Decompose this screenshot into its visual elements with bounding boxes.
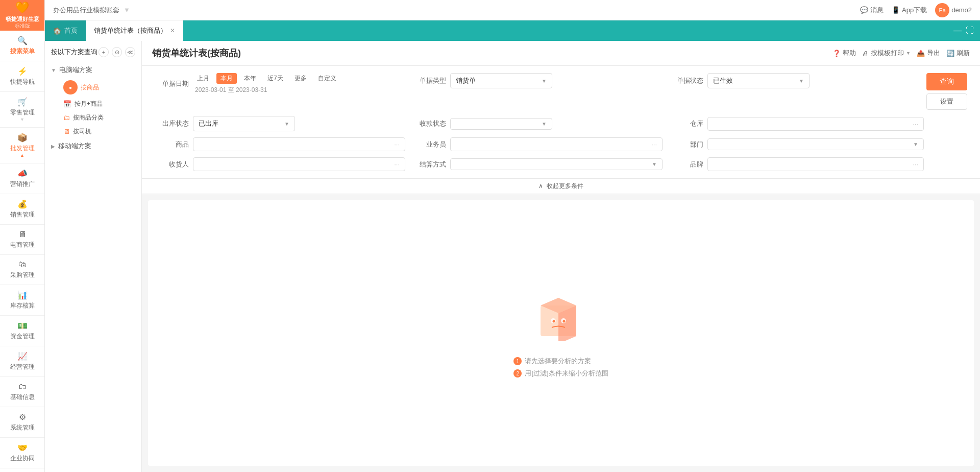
sidebar-item-wholesale[interactable]: 📦 批发管理 ▲ [0,128,44,163]
page-title: 销货单统计表(按商品) [152,47,241,65]
left-panel: 按以下方案查询 + ⊙ ≪ ▼ 电脑端方案 ● 按商品 📅 按月+商品 [45,41,142,472]
finance-icon: 💵 [17,321,28,331]
header-left: 办公用品行业模拟账套 ▼ [53,6,130,15]
product-input[interactable]: ··· [193,137,405,151]
avatar: Ea [935,3,949,17]
enterprise-icon: 🤝 [17,443,28,453]
shortcut-7days[interactable]: 近7天 [263,73,287,84]
tree-sub-item-by-month-product[interactable]: 📅 按月+商品 [45,97,141,111]
tree-sub-item-by-category[interactable]: 🗂 按商品分类 [45,111,141,125]
filter-area: 单据日期 上月 本月 本年 近7天 更多 自定义 2023-03-01 至 20… [142,66,980,179]
refresh-label: 刷新 [957,49,970,58]
sidebar-marketing-label: 营销推广 [10,180,35,188]
settlement-select[interactable]: ▼ [450,158,663,170]
settlement-label: 结算方式 [409,160,450,169]
sidebar-item-retail[interactable]: 🛒 零售管理 ▼ [0,92,44,128]
marketing-icon: 📣 [17,169,28,178]
tab-sales-stats[interactable]: 销货单统计表（按商品） ✕ [86,20,183,41]
tab-sales-stats-label: 销货单统计表（按商品） [94,26,167,35]
doc-status-select[interactable]: 已生效 ▼ [707,73,810,88]
retail-arrow-icon: ▼ [20,117,24,122]
app-download-action[interactable]: 📱 App下载 [892,6,927,15]
filter-salesperson-col: 业务员 ··· [409,137,667,151]
sidebar-item-quick-nav[interactable]: ⚡ 快捷导航 [0,61,44,92]
tab-close-icon[interactable]: ✕ [170,27,175,34]
warehouse-label: 仓库 [667,119,707,128]
help-button[interactable]: ❓ 帮助 [832,49,856,58]
out-status-arrow-icon: ▼ [284,121,289,127]
receive-status-select[interactable]: ▼ [450,118,552,130]
tip2-circle: 2 [513,369,522,377]
export-button[interactable]: 📤 导出 [917,49,940,58]
filter-row-4: 收货人 ··· 结算方式 ▼ 品牌 [152,157,970,171]
refresh-button[interactable]: 🔄 刷新 [946,49,970,58]
department-select[interactable]: ▼ [707,138,924,150]
sidebar-basic-label: 基础信息 [10,393,35,402]
tree-sub-item-by-product[interactable]: ● 按商品 [45,78,141,97]
add-scheme-button[interactable]: + [99,47,109,57]
template-print-button[interactable]: 🖨 按模板打印 ▼ [862,49,911,58]
sidebar-item-system[interactable]: ⚙ 系统管理 [0,407,44,438]
doc-type-select[interactable]: 销货单 ▼ [450,73,552,88]
tree-item-pc-solutions[interactable]: ▼ 电脑端方案 [45,62,141,78]
settings-button[interactable]: 设置 [926,93,967,110]
sidebar-ecommerce-label: 电商管理 [10,241,35,249]
sidebar-item-operations[interactable]: 📈 经营管理 [0,346,44,377]
query-button[interactable]: 查询 [926,73,967,90]
tree-item-mobile-solutions[interactable]: ▶ 移动端方案 [45,138,141,154]
salesperson-input[interactable]: ··· [450,137,663,151]
tab-home[interactable]: 🏠 首页 [45,20,86,41]
shortcut-this-year[interactable]: 本年 [240,73,260,84]
industry-label: 办公用品行业模拟账套 [53,6,119,15]
sidebar-quick-nav-label: 快捷导航 [10,78,35,86]
help-label: 帮助 [843,49,856,58]
filter-row-2: 出库状态 已出库 ▼ 收款状态 ▼ 仓库 [152,116,970,131]
operations-icon: 📈 [17,351,28,361]
sidebar-item-inventory[interactable]: 📊 库存核算 [0,285,44,316]
collapse-panel-button[interactable]: ≪ [125,47,135,57]
user-profile[interactable]: Ea demo2 [935,3,972,17]
edit-scheme-button[interactable]: ⊙ [112,47,122,57]
export-icon: 📤 [917,50,925,57]
sidebar-item-basic[interactable]: 🗂 基础信息 [0,377,44,407]
tree-sub-item-by-machine[interactable]: 🖥 按司机 [45,125,141,138]
warehouse-input[interactable]: ··· [707,117,924,131]
sidebar-item-search[interactable]: 🔍 搜索菜单 [0,31,44,61]
home-icon: 🏠 [53,27,61,35]
app-download-label: App下载 [902,6,927,15]
sidebar-item-sales[interactable]: 💰 销售管理 [0,194,44,225]
empty-state-tips: 1 请先选择要分析的方案 2 用[过滤]条件来缩小分析范围 [513,357,608,381]
search-icon: 🔍 [17,36,28,45]
consignee-input[interactable]: ··· [193,157,405,171]
app-download-icon: 📱 [892,6,900,14]
shortcut-this-month[interactable]: 本月 [216,73,237,84]
by-product-label: 按商品 [81,83,99,92]
shortcut-last-month[interactable]: 上月 [193,73,213,84]
sidebar-item-finance[interactable]: 💵 资金管理 [0,316,44,346]
content-area: 按以下方案查询 + ⊙ ≪ ▼ 电脑端方案 ● 按商品 📅 按月+商品 [45,41,980,472]
shortcut-custom[interactable]: 自定义 [314,73,340,84]
calendar-icon: 📅 [63,100,71,108]
date-range: 2023-03-01 至 2023-03-31 [195,86,340,95]
sidebar-item-ecommerce[interactable]: 🖥 电商管理 [0,225,44,255]
tab-maximize-icon[interactable]: ⛶ [966,26,974,35]
sidebar-item-marketing[interactable]: 📣 营销推广 [0,163,44,194]
by-product-selected-dot: ● [63,80,78,95]
out-status-select[interactable]: 已出库 ▼ [193,116,295,131]
collapse-bar[interactable]: ∧ 收起更多条件 [142,179,980,194]
empty-state: 1 请先选择要分析的方案 2 用[过滤]条件来缩小分析范围 [148,200,974,466]
empty-state-illustration [530,285,592,346]
shortcut-more[interactable]: 更多 [290,73,311,84]
sidebar-item-purchase[interactable]: 🛍 采购管理 [0,255,44,285]
sidebar-item-guide[interactable]: 🎯 新手引导 [0,468,44,472]
sidebar-operations-label: 经营管理 [10,363,35,371]
purchase-icon: 🛍 [18,260,27,269]
brand-input[interactable]: ··· [707,157,924,171]
sidebar: 🧡 畅捷通好生意 标准版 🔍 搜索菜单 ⚡ 快捷导航 🛒 零售管理 ▼ 📦 批发… [0,0,45,472]
sidebar-item-enterprise[interactable]: 🤝 企业协同 [0,438,44,468]
consignee-label: 收货人 [152,160,193,169]
filter-department-col: 部门 ▼ [667,138,970,150]
message-action[interactable]: 💬 消息 [860,6,884,15]
tab-minimize-icon[interactable]: — [953,26,962,35]
industry-dropdown-icon[interactable]: ▼ [124,6,130,14]
